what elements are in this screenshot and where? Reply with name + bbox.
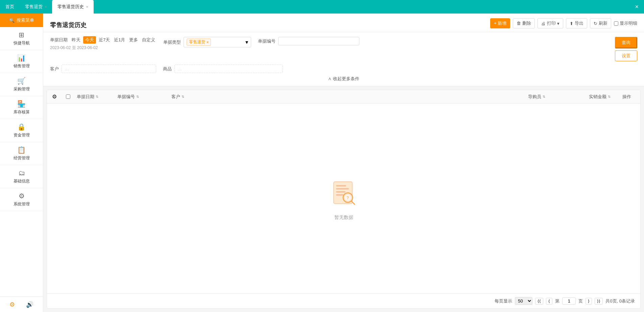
audio-footer-btn[interactable]: 🔊: [26, 301, 33, 308]
sidebar: 🔍 搜索菜单 ⊞ 快捷导航 📊 销售管理 🛒 采购管理 🏪 库存核算 🔒: [0, 14, 43, 312]
table-settings-btn[interactable]: ⚙: [47, 93, 62, 100]
sidebar-item-sales-mgmt[interactable]: 📊 销售管理: [0, 50, 43, 73]
goods-filter-label: 商品: [163, 66, 172, 72]
setting-button[interactable]: 设置: [615, 50, 637, 61]
th-date[interactable]: 单据日期 ⇅: [74, 94, 115, 100]
goods-input[interactable]: …: [174, 65, 283, 73]
system-icon: ⚙: [19, 192, 25, 200]
next-page-btn[interactable]: ⟩: [586, 298, 592, 305]
table-area: ⚙ 单据日期 ⇅ 单据编号 ⇅ 客户 ⇅ 导购员 ⇅: [47, 90, 641, 309]
date-more[interactable]: 更多: [128, 36, 139, 44]
table-header: ⚙ 单据日期 ⇅ 单据编号 ⇅ 客户 ⇅ 导购员 ⇅: [47, 90, 640, 104]
page-unit: 页: [578, 298, 583, 304]
date-custom[interactable]: 自定义: [141, 36, 157, 44]
th-customer[interactable]: 客户 ⇅: [169, 94, 525, 100]
type-filter-label: 单据类型: [163, 39, 181, 45]
sidebar-footer: ⚙ 🔊: [0, 296, 43, 312]
export-icon: ⬆: [570, 21, 573, 26]
delete-button[interactable]: 🗑 删除: [513, 18, 535, 28]
page-size-select[interactable]: 50 10 20 100: [515, 297, 532, 305]
print-icon: 🖨: [541, 21, 546, 26]
empty-text: 暂无数据: [334, 215, 353, 221]
svg-rect-1: [336, 185, 346, 186]
type-tag-close[interactable]: ×: [206, 40, 209, 45]
print-button[interactable]: 🖨 打印 ▾: [538, 18, 563, 28]
date-today[interactable]: 今天: [83, 36, 96, 44]
select-all-checkbox[interactable]: [66, 94, 70, 99]
sidebar-item-finance[interactable]: 🔒 资金管理: [0, 119, 43, 142]
filter-area: 单据日期 昨天 今天 近7天 近1月 更多 自定义 2023-06-02 至 2…: [43, 32, 644, 86]
query-button[interactable]: 查询: [615, 37, 637, 48]
sort-amount-icon: ⇅: [608, 95, 611, 98]
date-last7[interactable]: 近7天: [97, 36, 111, 44]
customer-input[interactable]: …: [62, 65, 156, 73]
window-close-button[interactable]: ×: [629, 3, 644, 10]
close-tab-retail-return-history[interactable]: ×: [86, 5, 88, 9]
sidebar-item-quick-nav[interactable]: ⊞ 快捷导航: [0, 27, 43, 50]
type-selector[interactable]: 零售退货 × ▾: [184, 37, 251, 47]
sort-number-icon: ⇅: [136, 95, 139, 98]
prev-page-btn[interactable]: ⟨: [546, 298, 552, 305]
quick-nav-icon: ⊞: [19, 31, 24, 39]
display-toggle-checkbox[interactable]: [614, 21, 618, 26]
date-yesterday[interactable]: 昨天: [70, 36, 82, 44]
th-guide[interactable]: 导购员 ⇅: [525, 94, 573, 100]
svg-text:?: ?: [347, 196, 349, 200]
page-header: 零售退货历史 + 新增 🗑 删除 🖨 打印 ▾ ⬆ 导出 ↻ 刷新: [43, 14, 644, 32]
sidebar-item-basic-info[interactable]: 🗂 基础信息: [0, 165, 43, 188]
sidebar-search[interactable]: 🔍 搜索菜单: [0, 14, 43, 27]
tab-retail-return-history[interactable]: 零售退货历史 ×: [52, 0, 93, 14]
sidebar-item-operations[interactable]: 📋 经营管理: [0, 142, 43, 165]
inventory-icon: 🏪: [17, 100, 26, 108]
sales-icon: 📊: [17, 54, 26, 62]
sort-customer-icon: ⇅: [182, 95, 184, 98]
date-options: 昨天 今天 近7天 近1月 更多 自定义: [70, 36, 157, 44]
settings-footer-btn[interactable]: ⚙: [9, 301, 15, 308]
svg-rect-4: [336, 194, 343, 196]
basic-info-icon: 🗂: [18, 169, 25, 177]
table-select-all[interactable]: [62, 94, 74, 99]
th-number[interactable]: 单据编号 ⇅: [115, 94, 169, 100]
sort-guide-icon: ⇅: [543, 95, 545, 98]
sidebar-items: ⊞ 快捷导航 📊 销售管理 🛒 采购管理 🏪 库存核算 🔒 资金管理 📋: [0, 27, 43, 296]
pagination: 每页显示 50 10 20 100 ⟨⟨ ⟨ 第 页 ⟩ ⟩⟩ 共0页, 0条记…: [47, 293, 640, 308]
nav-tabs: 首页 零售退货 × 零售退货历史 ×: [0, 0, 629, 14]
svg-rect-2: [336, 188, 349, 190]
number-filter-label: 单据编号: [258, 38, 276, 44]
close-tab-retail-return[interactable]: ×: [45, 5, 47, 9]
total-records: 共0页, 0条记录: [605, 298, 635, 304]
top-nav: 首页 零售退货 × 零售退货历史 × ×: [0, 0, 644, 14]
th-amount[interactable]: 实销金额 ⇅: [573, 94, 613, 100]
refresh-button[interactable]: ↻ 刷新: [590, 18, 611, 28]
tab-retail-return[interactable]: 零售退货 ×: [20, 0, 52, 14]
date-last1m[interactable]: 近1月: [113, 36, 126, 44]
tab-home[interactable]: 首页: [0, 0, 20, 14]
export-button[interactable]: ⬆ 导出: [566, 18, 587, 28]
page-title: 零售退货历史: [50, 21, 87, 29]
last-page-btn[interactable]: ⟩⟩: [595, 298, 603, 305]
main-layout: 🔍 搜索菜单 ⊞ 快捷导航 📊 销售管理 🛒 采购管理 🏪 库存核算 🔒: [0, 14, 644, 312]
finance-icon: 🔒: [17, 123, 26, 131]
page-actions: + 新增 🗑 删除 🖨 打印 ▾ ⬆ 导出 ↻ 刷新 显示明细: [490, 18, 637, 32]
page-number-input[interactable]: [562, 297, 576, 305]
th-operation: 操作: [613, 94, 640, 100]
number-input[interactable]: [278, 37, 359, 45]
empty-illustration: ?: [327, 177, 361, 210]
print-dropdown-icon: ▾: [557, 21, 559, 26]
purchase-icon: 🛒: [17, 77, 26, 85]
page-label: 第: [555, 298, 559, 304]
date-filter-label: 单据日期: [50, 37, 68, 43]
collapse-button[interactable]: ∧ 收起更多条件: [328, 76, 359, 82]
sidebar-item-inventory[interactable]: 🏪 库存核算: [0, 96, 43, 119]
display-toggle[interactable]: 显示明细: [614, 20, 637, 26]
sidebar-item-purchase-mgmt[interactable]: 🛒 采购管理: [0, 73, 43, 96]
search-icon: 🔍: [9, 18, 15, 23]
customer-filter-label: 客户: [50, 66, 59, 72]
sort-date-icon: ⇅: [96, 95, 98, 98]
content-area: 零售退货历史 + 新增 🗑 删除 🖨 打印 ▾ ⬆ 导出 ↻ 刷新: [43, 14, 644, 312]
new-button[interactable]: + 新增: [490, 18, 510, 28]
sidebar-item-system[interactable]: ⚙ 系统管理: [0, 188, 43, 211]
date-range-display: 2023-06-02 至 2023-06-02: [50, 45, 157, 51]
type-tag[interactable]: 零售退货 ×: [187, 39, 211, 46]
first-page-btn[interactable]: ⟨⟨: [535, 298, 543, 305]
